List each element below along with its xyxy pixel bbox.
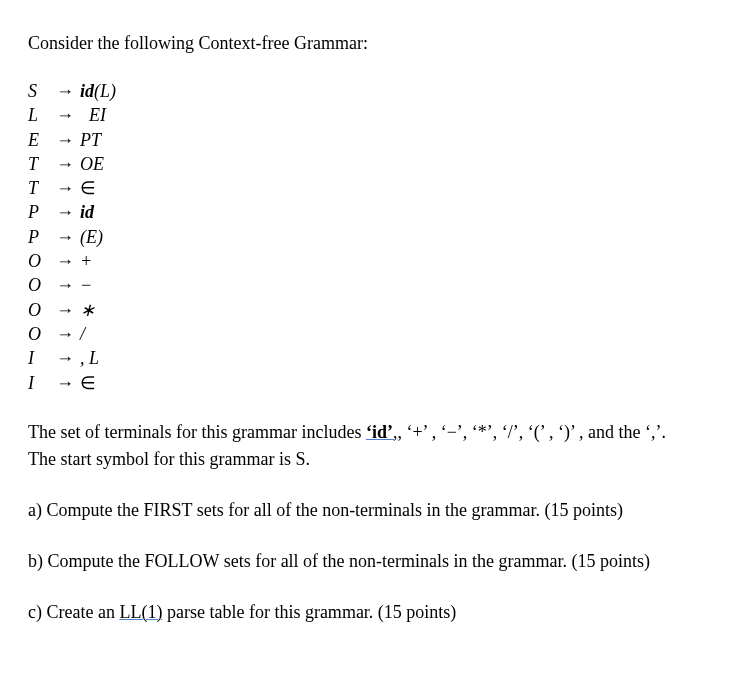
question-b: b) Compute the FOLLOW sets for all of th… (28, 548, 724, 575)
rule-lhs: O (28, 249, 50, 273)
grammar-rule: P→id (28, 200, 724, 224)
question-c-prefix: c) Create an (28, 602, 119, 622)
rule-rhs: ∈ (80, 371, 96, 395)
question-c: c) Create an LL(1) parse table for this … (28, 599, 724, 626)
rule-rhs: + (80, 249, 92, 273)
rule-rhs: id (80, 200, 94, 224)
grammar-rule: T→∈ (28, 176, 724, 200)
question-c-suffix: parse table for this grammar. (15 points… (162, 602, 456, 622)
arrow-icon: → (56, 128, 74, 152)
start-symbol-text: The start symbol for this grammar is S. (28, 449, 310, 469)
grammar-block: S→id(L)L→ EIE→PTT→OET→∈P→idP→(E)O→+O→−O→… (28, 79, 724, 395)
question-a: a) Compute the FIRST sets for all of the… (28, 497, 724, 524)
rule-rhs: ∗ (80, 298, 95, 322)
rule-rhs: ∈ (80, 176, 96, 200)
rule-lhs: I (28, 371, 50, 395)
arrow-icon: → (56, 152, 74, 176)
arrow-icon: → (56, 225, 74, 249)
arrow-icon: → (56, 346, 74, 370)
arrow-icon: → (56, 176, 74, 200)
grammar-rule: L→ EI (28, 103, 724, 127)
rule-lhs: E (28, 128, 50, 152)
rule-rhs: id(L) (80, 79, 116, 103)
arrow-icon: → (56, 322, 74, 346)
grammar-rule: O→− (28, 273, 724, 297)
rule-rhs: EI (80, 103, 106, 127)
rule-rhs: / (80, 322, 85, 346)
arrow-icon: → (56, 371, 74, 395)
arrow-icon: → (56, 273, 74, 297)
rule-lhs: O (28, 298, 50, 322)
intro-text: Consider the following Context-free Gram… (28, 30, 724, 57)
rule-lhs: T (28, 176, 50, 200)
grammar-rule: T→OE (28, 152, 724, 176)
rule-lhs: P (28, 200, 50, 224)
rule-lhs: O (28, 322, 50, 346)
rule-lhs: T (28, 152, 50, 176)
rule-lhs: L (28, 103, 50, 127)
rule-rhs: − (80, 273, 92, 297)
rule-lhs: S (28, 79, 50, 103)
rule-lhs: I (28, 346, 50, 370)
rule-rhs: PT (80, 128, 101, 152)
grammar-rule: P→(E) (28, 225, 724, 249)
arrow-icon: → (56, 298, 74, 322)
question-c-ll1: LL(1) (119, 602, 162, 622)
arrow-icon: → (56, 103, 74, 127)
rule-lhs: O (28, 273, 50, 297)
grammar-rule: O→/ (28, 322, 724, 346)
rule-rhs: , L (80, 346, 99, 370)
rule-rhs: OE (80, 152, 104, 176)
terminal-id: ‘id’ (366, 422, 393, 442)
rule-rhs: (E) (80, 225, 103, 249)
grammar-rule: S→id(L) (28, 79, 724, 103)
terminals-paragraph: The set of terminals for this grammar in… (28, 419, 724, 473)
arrow-icon: → (56, 249, 74, 273)
terminals-prefix: The set of terminals for this grammar in… (28, 422, 366, 442)
terminals-list: , ‘+’ , ‘−’, ‘*’, ‘/’, ‘(’ , ‘)’ , and t… (397, 422, 666, 442)
grammar-rule: E→PT (28, 128, 724, 152)
arrow-icon: → (56, 200, 74, 224)
arrow-icon: → (56, 79, 74, 103)
grammar-rule: O→∗ (28, 298, 724, 322)
rule-lhs: P (28, 225, 50, 249)
grammar-rule: I→, L (28, 346, 724, 370)
grammar-rule: I→∈ (28, 371, 724, 395)
grammar-rule: O→+ (28, 249, 724, 273)
